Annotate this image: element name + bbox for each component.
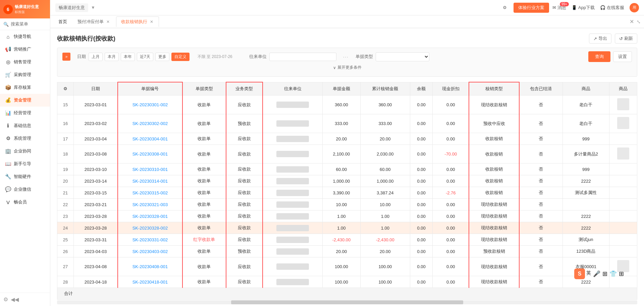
sidebar-item-base[interactable]: ℹ 基础信息: [0, 119, 50, 132]
doc-num-link[interactable]: SK-20230310-001: [132, 167, 168, 172]
cell-biz-type: 预收款: [226, 246, 263, 257]
horizontal-scrollbar[interactable]: [57, 300, 637, 304]
tab-fullscreen-icon[interactable]: ⤡: [637, 19, 641, 24]
doc-num-link[interactable]: SK-20230321-003: [132, 202, 168, 207]
th-doc-num[interactable]: 单据编号: [118, 82, 182, 96]
filter-date-this-month[interactable]: 本月: [105, 53, 119, 61]
tab-collection-writeoff[interactable]: 收款核销执行 ✕: [116, 16, 159, 27]
app-download-button[interactable]: 📱 App下载: [572, 5, 595, 11]
tab-home[interactable]: 首页: [54, 17, 72, 27]
scrollbar-thumb[interactable]: [231, 300, 463, 304]
page-header: 收款核销执行(按收款) ↗ 导出 ↺ 刷新: [57, 28, 637, 48]
workspace-name[interactable]: 畅康道好生意: [55, 3, 88, 12]
filter-date-custom[interactable]: 自定义: [171, 53, 190, 61]
cell-partner: ████: [263, 133, 323, 145]
cell-num: 21: [57, 187, 74, 199]
tab-payable[interactable]: 预付冲应付单 ✕: [72, 16, 115, 27]
filter-doc-type-select[interactable]: [376, 52, 429, 61]
cell-doc-num: SK-20230331-002: [118, 234, 182, 246]
collapse-icon[interactable]: ◀◀: [11, 296, 19, 303]
cell-date: 2023-04-03: [74, 246, 118, 257]
cell-amount: 60.00: [323, 164, 360, 175]
sidebar-item-quick-nav[interactable]: ⌂ 快捷导航: [0, 30, 50, 43]
doc-num-link[interactable]: SK-20230304-001: [132, 136, 168, 141]
cell-partner: ████: [263, 96, 323, 114]
th-goods[interactable]: 商品: [562, 82, 609, 96]
refresh-button[interactable]: ↺ 刷新: [615, 34, 637, 44]
goods-thumbnail: [617, 147, 629, 160]
doc-num-link[interactable]: SK-20230408-001: [132, 264, 168, 269]
cell-goods-img: [609, 96, 637, 114]
topbar-settings-icon[interactable]: ⚙: [499, 2, 510, 13]
doc-num-link[interactable]: SK-20230308-001: [132, 151, 168, 157]
enterprise-icon: 🏢: [5, 148, 11, 154]
th-gear[interactable]: ⚙: [57, 82, 74, 96]
th-biz-type[interactable]: 业务类型: [226, 82, 263, 96]
cell-writeoff-amount: 100.00: [360, 257, 410, 276]
sidebar-item-operations[interactable]: 📊 经营管理: [0, 107, 50, 119]
watermark-shirt-icon: 👕: [609, 270, 617, 278]
sidebar-item-system[interactable]: ⚙ 系统管理: [0, 132, 50, 145]
cell-doc-type: 收款单: [182, 222, 226, 234]
watermark-icons: 英 🎤 ⊞ 👕 ⊞: [586, 270, 624, 278]
doc-num-link[interactable]: SK-20230331-002: [132, 237, 168, 242]
doc-num-link[interactable]: SK-20230328-002: [132, 226, 168, 231]
filter-bar: » 日期 上月 本月 本年 近7天 更多 自定义 不限 至 2023-07-26: [57, 48, 637, 77]
query-button[interactable]: 查询: [588, 51, 610, 62]
th-doc-type[interactable]: 单据类型: [182, 82, 226, 96]
filter-date-more[interactable]: 更多: [155, 53, 169, 61]
workspace-dropdown-icon[interactable]: ▼: [91, 5, 95, 10]
filter-date-this-year[interactable]: 本年: [121, 53, 135, 61]
filter-expand-button[interactable]: »: [62, 53, 70, 61]
sidebar-item-sales[interactable]: ◎ 销售管理: [0, 56, 50, 68]
online-support-button[interactable]: 🎧 在线客服: [600, 5, 624, 11]
th-cash-discount[interactable]: 现金折扣: [433, 82, 469, 96]
sidebar-item-member[interactable]: V 畅会员: [0, 196, 50, 208]
sidebar-item-enterprise[interactable]: 🏢 企业协同: [0, 145, 50, 158]
doc-num-link[interactable]: SK-20230301-002: [132, 102, 168, 107]
th-writeoff-amount[interactable]: 累计核销金额: [360, 82, 410, 96]
tab-payable-close[interactable]: ✕: [106, 19, 110, 25]
th-partner[interactable]: 往来单位: [263, 82, 323, 96]
bottom-settings-icon[interactable]: ⚙: [3, 296, 8, 303]
user-avatar[interactable]: 用: [630, 3, 639, 12]
tab-collection-close[interactable]: ✕: [149, 19, 154, 25]
cell-cash-discount: 0.00: [433, 175, 469, 187]
cell-partner: ████: [263, 257, 323, 276]
doc-num-link[interactable]: SK-20230314-001: [132, 179, 168, 184]
doc-num-link[interactable]: SK-20230418-001: [132, 280, 168, 285]
sidebar-search[interactable]: 🔍 搜索菜单: [0, 18, 50, 30]
export-button[interactable]: ↗ 导出: [589, 34, 611, 44]
th-balance[interactable]: 余额: [410, 82, 433, 96]
cell-include-settled: 否: [519, 114, 562, 133]
goods-thumbnail: [617, 98, 629, 110]
sidebar-item-finance[interactable]: 💰 资金管理: [0, 94, 50, 107]
th-include-settled[interactable]: 包含已结清: [519, 82, 562, 96]
sidebar-item-purchase[interactable]: 🛒 采购管理: [0, 68, 50, 81]
doc-num-link[interactable]: SK-20230315-002: [132, 190, 168, 195]
doc-num-link[interactable]: SK-20230328-001: [132, 214, 168, 219]
th-goods-img[interactable]: 商品: [609, 82, 637, 96]
filter-date-last-month[interactable]: 上月: [89, 53, 103, 61]
th-date[interactable]: 日期: [74, 82, 118, 96]
th-writeoff-type[interactable]: 核销类型: [469, 82, 519, 96]
sidebar-item-hardware[interactable]: 🔧 智能硬件: [0, 170, 50, 183]
sidebar-item-guide[interactable]: 📖 新手引导: [0, 158, 50, 170]
filter-date-7days[interactable]: 近7天: [137, 53, 153, 61]
industry-solution-button[interactable]: 体验行业方案: [514, 3, 549, 13]
th-amount[interactable]: 单据金额: [323, 82, 360, 96]
cell-goods: 老白干: [562, 96, 609, 114]
doc-num-link[interactable]: SK-20230403-002: [132, 249, 168, 254]
sidebar-item-wechat[interactable]: 💬 企业微信: [0, 183, 50, 196]
filter-settings-button[interactable]: 设置: [613, 51, 632, 62]
cell-balance: 0.00: [410, 164, 433, 175]
tab-close-all-icon[interactable]: ✕: [630, 18, 634, 25]
sidebar-item-marketing[interactable]: 📢 营销推广: [0, 43, 50, 56]
cell-doc-type: 收款单: [182, 199, 226, 210]
sidebar-item-inventory[interactable]: 📦 库存核算: [0, 81, 50, 94]
doc-num-link[interactable]: SK-20230302-002: [132, 121, 168, 126]
filter-partner-input[interactable]: [269, 53, 336, 61]
expand-more-conditions[interactable]: ∨ 展开更多条件: [62, 65, 632, 70]
messages-button[interactable]: ✉ 消息 99+: [552, 5, 566, 11]
cell-balance: 0.00: [410, 133, 433, 145]
